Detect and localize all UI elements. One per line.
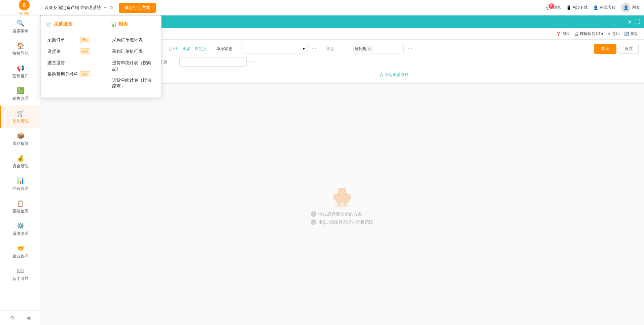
- help-icon: ❓: [556, 32, 561, 36]
- system-icon: ⚙️: [17, 222, 24, 230]
- dropdown-item-return[interactable]: 进货退货: [46, 57, 92, 69]
- app-download-label: App下载: [573, 5, 588, 10]
- doc-status-select[interactable]: ▾: [241, 44, 308, 53]
- sidebar-item-inventory[interactable]: 📦 库存核算: [0, 128, 40, 151]
- sidebar-item-basic[interactable]: 📋 基础信息: [0, 196, 40, 218]
- dropdown-item-order-stats[interactable]: 采购订单统计表: [111, 34, 156, 46]
- dropdown-item-purchase-order[interactable]: 采购订单 历史: [46, 34, 92, 46]
- date-shortcut-7days[interactable]: 近7天: [168, 46, 179, 52]
- sales-icon: 💹: [17, 87, 24, 94]
- system-title: 装备及固定资产辅助管理系统: [44, 5, 101, 11]
- goods-tag: 设计桑 ✕: [353, 46, 372, 52]
- doc-status-arrow-icon: ▾: [303, 46, 305, 51]
- help-item[interactable]: ❓ 帮助: [556, 31, 570, 37]
- print-label: 按模板打印: [580, 31, 600, 37]
- sidebar-label-guide: 新手引导: [12, 276, 29, 282]
- tab-bar-right: ✕ ⛶: [628, 19, 644, 25]
- sidebar-label-collab: 企业协同: [12, 253, 29, 259]
- avatar: 👤: [621, 3, 631, 12]
- settings-bottom-icon[interactable]: ⚙: [10, 315, 14, 321]
- sidebar-item-quicknav[interactable]: 🏠 快捷导航: [0, 38, 40, 60]
- system-name-area: 装备及固定资产辅助管理系统 ▾ ⚙ 体验行业方案: [44, 3, 546, 13]
- collab-icon: 🤝: [17, 245, 24, 252]
- svg-rect-10: [333, 194, 336, 200]
- staff-input[interactable]: [179, 57, 247, 67]
- export-icon: ⬆: [607, 32, 611, 36]
- dropdown-arrow-icon[interactable]: ▾: [104, 5, 106, 10]
- print-item[interactable]: 🖨 按模板打印 ▾: [574, 31, 603, 37]
- industry-btn[interactable]: 体验行业方案: [119, 3, 156, 13]
- gear-settings-icon[interactable]: ⚙: [109, 5, 113, 10]
- dropdown-item-order-exec[interactable]: 采购订单执行表: [111, 46, 156, 57]
- collapse-sidebar-icon[interactable]: ◀: [26, 315, 30, 321]
- collapse-chevron-icon: ⋀: [380, 72, 383, 77]
- dropdown-item-incoming[interactable]: 进货单 历史: [46, 46, 92, 57]
- empty-tip-1: 1 请先选择要分析的方案: [311, 211, 373, 217]
- search-icon: 🔍: [17, 19, 24, 27]
- dropdown-item-expense[interactable]: 采购费用分摊单 历史: [46, 69, 92, 80]
- online-service-item[interactable]: 👤 在线客服: [593, 5, 616, 10]
- sidebar-item-purchase[interactable]: 🛒 采购管理: [0, 106, 40, 128]
- goods-input[interactable]: 设计桑 ✕: [350, 44, 404, 53]
- refresh-icon: 🔄: [624, 32, 629, 36]
- help-label: 帮助: [562, 31, 570, 37]
- tab-close-all-icon[interactable]: ✕: [628, 19, 632, 25]
- sidebar-item-search[interactable]: 🔍 搜索菜单: [0, 15, 40, 38]
- message-item[interactable]: 💬 5 消息: [546, 5, 561, 10]
- sidebar-item-collab[interactable]: 🤝 企业协同: [0, 241, 40, 263]
- purchase-dropdown-menu: 🛒 采购业务 采购订单 历史 进货单 历史 进货退货 采购费用分摊单 历史: [40, 15, 162, 98]
- dropdown-item-incoming-goods[interactable]: 进货单统计表（按商品）: [111, 57, 156, 75]
- service-icon: 👤: [593, 5, 598, 10]
- tab-expand-icon[interactable]: ⛶: [635, 19, 640, 25]
- svg-text:6: 6: [23, 2, 26, 8]
- app-download-item[interactable]: 📱 App下载: [566, 5, 588, 10]
- sidebar-item-finance[interactable]: 💰 资金管理: [0, 151, 40, 173]
- sidebar-item-guide[interactable]: 📖 新手引导: [0, 263, 40, 286]
- sidebar-label-sales: 销售管理: [12, 96, 29, 101]
- online-service-label: 在线客服: [600, 5, 616, 10]
- export-item[interactable]: ⬆ 导出: [607, 31, 620, 37]
- empty-area: 1 请先选择要分析的方案 2 用[过滤]条件来缩小分析范围: [40, 84, 644, 325]
- user-item[interactable]: 👤 用友: [621, 3, 640, 12]
- goods-dots[interactable]: ···: [408, 46, 412, 52]
- sidebar-label-inventory: 库存核算: [12, 141, 29, 147]
- report-section-icon: 📊: [111, 22, 116, 27]
- export-label: 导出: [612, 31, 620, 37]
- doc-status-label: 单据状态: [216, 46, 237, 52]
- purchase-section-icon: 🛒: [46, 22, 52, 27]
- sidebar-label-quicknav: 快捷导航: [12, 51, 29, 56]
- svg-point-2: [335, 204, 349, 208]
- collapse-area: ⋀ 收起更多条件: [150, 72, 639, 78]
- sidebar-item-system[interactable]: ⚙️ 系统管理: [0, 218, 40, 241]
- staff-dots[interactable]: ···: [251, 59, 255, 65]
- sidebar-label-marketing: 营销推广: [12, 73, 29, 79]
- sidebar-item-marketing[interactable]: 📢 营销推广: [0, 60, 40, 83]
- phone-icon: 📱: [566, 5, 571, 10]
- sidebar-item-management[interactable]: 📊 经营管理: [0, 173, 40, 196]
- expense-label: 采购费用分摊单: [47, 71, 78, 77]
- collapse-button[interactable]: ⋀ 收起更多条件: [380, 72, 409, 78]
- sidebar-item-sales[interactable]: 💹 销售管理: [0, 83, 40, 106]
- goods-tag-close-icon[interactable]: ✕: [367, 47, 370, 51]
- order-exec-label: 采购订单执行表: [112, 48, 143, 54]
- tip-text-1: 请先选择要分析的方案: [318, 211, 362, 217]
- doc-status-dots[interactable]: ···: [312, 46, 316, 52]
- date-shortcut-more[interactable]: 更多: [183, 46, 191, 52]
- expense-history-tag: 历史: [80, 71, 90, 77]
- report-section-title: 📊 报表: [111, 21, 156, 30]
- sidebar: 🔍 搜索菜单 🏠 快捷导航 📢 营销推广 💹 销售管理 🛒 采购管理 📦 库存核…: [0, 15, 40, 325]
- goods-label: 商品: [326, 46, 346, 52]
- date-shortcut-custom[interactable]: 自定义: [195, 46, 207, 52]
- purchase-section-label: 采购业务: [54, 21, 73, 27]
- home-icon: 🏠: [17, 42, 24, 49]
- svg-point-7: [339, 191, 341, 192]
- order-stats-label: 采购订单统计表: [112, 37, 143, 43]
- dropdown-item-incoming-supplier[interactable]: 进货单统计表（按供应商）: [111, 75, 156, 92]
- setting-button[interactable]: 设置: [619, 44, 639, 54]
- incoming-label: 进货单: [47, 48, 61, 54]
- sidebar-label-management: 经营管理: [12, 186, 29, 192]
- print-dropdown-icon[interactable]: ▾: [601, 32, 603, 36]
- query-button[interactable]: 查询: [594, 44, 616, 54]
- refresh-item[interactable]: 🔄 刷新: [624, 31, 639, 37]
- print-icon: 🖨: [574, 32, 578, 36]
